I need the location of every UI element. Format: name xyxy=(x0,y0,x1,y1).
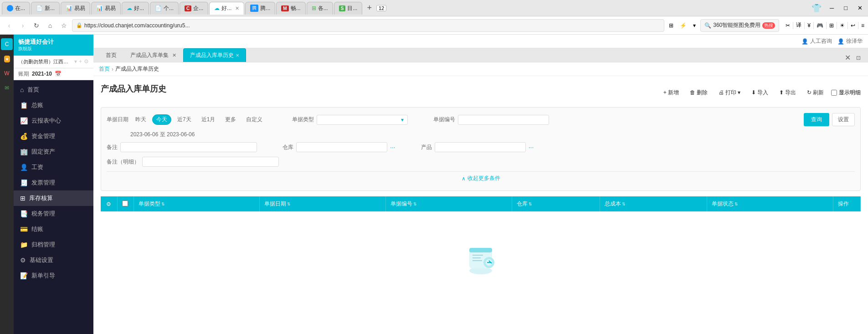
minimize-button[interactable]: ─ xyxy=(826,5,837,11)
th-warehouse[interactable]: 仓库 ⇅ xyxy=(512,196,600,211)
sidebar-item-inventory[interactable]: ⊞ 库存核算 xyxy=(14,190,93,206)
date-chip-yesterday[interactable]: 昨天 xyxy=(131,114,150,125)
archive-icon: 📁 xyxy=(20,241,28,248)
lightning-button[interactable]: ⚡ xyxy=(678,22,688,29)
query-button[interactable]: 查询 xyxy=(804,113,829,126)
show-detail-input[interactable] xyxy=(831,90,837,96)
breadcrumb-home[interactable]: 首页 xyxy=(99,65,110,73)
url-bar[interactable]: 🔒 https://cloud.chanjet.com/accounting/u… xyxy=(72,19,664,32)
new-tab-button[interactable]: + xyxy=(363,3,375,13)
sidebar-item-invoice[interactable]: 🧾 发票管理 xyxy=(14,175,93,190)
th-total-cost[interactable]: 总成本 ⇅ xyxy=(600,196,707,211)
panel-close-icon[interactable]: ✕ xyxy=(841,53,854,62)
browser-tab-8[interactable]: ☁ 好... ✕ xyxy=(209,2,244,15)
quick-action-3[interactable]: ✉ xyxy=(1,82,13,94)
sidebar-item-settings[interactable]: ⚙ 基础设置 xyxy=(14,252,93,268)
browser-tab-12[interactable]: S 目... xyxy=(334,2,363,15)
select-all-checkbox[interactable] xyxy=(122,200,128,206)
user-avatar[interactable]: 👤 徐泽华 xyxy=(837,37,863,45)
warehouse-input[interactable] xyxy=(296,142,387,152)
sidebar-item-salary[interactable]: 👤 工资 xyxy=(14,159,93,175)
sort-bill-status-icon: ⇅ xyxy=(734,202,738,206)
browser-tab-4[interactable]: 📊 易易 xyxy=(91,2,121,15)
page-tab-bill-list-close[interactable]: ✕ xyxy=(172,52,176,58)
tab8-close-icon[interactable]: ✕ xyxy=(235,5,239,11)
search-box[interactable]: 🔍 360智能抠图免费用 热搜 xyxy=(700,19,779,32)
calendar-icon[interactable]: 📅 xyxy=(55,71,62,77)
date-chip-1month[interactable]: 近1月 xyxy=(197,114,220,125)
sidebar-item-report[interactable]: 📈 云报表中心 xyxy=(14,113,93,128)
bill-type-select[interactable]: ▾ xyxy=(317,115,408,125)
quick-action-1[interactable]: ★ xyxy=(1,53,13,65)
browser-tab-5[interactable]: ☁ 好... xyxy=(122,2,149,15)
product-input[interactable] xyxy=(435,142,526,152)
extensions-button[interactable]: ⊞ xyxy=(667,22,675,29)
setting-button[interactable]: 设置 xyxy=(832,113,855,126)
svg-rect-2 xyxy=(469,248,492,252)
page-tab-home[interactable]: 首页 xyxy=(99,48,123,62)
breadcrumb-current: 产成品入库单历史 xyxy=(115,65,159,73)
print-button[interactable]: 🖨 打印 ▾ xyxy=(715,87,744,98)
date-chip-today[interactable]: 今天 xyxy=(152,114,171,125)
back-button[interactable]: ‹ xyxy=(4,20,15,31)
refresh-browser-button[interactable]: ↻ xyxy=(31,20,42,31)
sidebar-item-home[interactable]: ⌂ 首页 xyxy=(14,82,93,98)
th-gear[interactable]: ⚙ xyxy=(101,196,117,211)
browser-tab-6[interactable]: 📄 个... xyxy=(150,2,179,15)
remark-input[interactable] xyxy=(120,142,257,152)
export-button[interactable]: ⬆ 导出 xyxy=(776,87,800,98)
panel-expand-icon[interactable]: ⊡ xyxy=(854,55,863,61)
sidebar-item-tax[interactable]: 📑 税务管理 xyxy=(14,206,93,221)
tab9-label: 腾... xyxy=(260,5,270,12)
browser-tab-11[interactable]: ⊞ 各... xyxy=(307,2,333,15)
th-bill-no[interactable]: 单据编号 ⇅ xyxy=(386,196,512,211)
product-more-icon[interactable]: ··· xyxy=(529,144,534,151)
page-tab-bill-list[interactable]: 产成品入库单集 ✕ xyxy=(123,48,183,62)
collapse-bar[interactable]: ∧ 收起更多条件 xyxy=(107,171,855,185)
sidebar-item-newbill[interactable]: 📝 新单引导 xyxy=(14,268,93,283)
browser-tab-7[interactable]: C 企... xyxy=(180,2,208,15)
sidebar-item-fund-label: 资金管理 xyxy=(31,132,55,140)
sidebar-item-checkout[interactable]: 💳 结账 xyxy=(14,221,93,237)
browser-tab-9[interactable]: 腾 腾... xyxy=(245,2,275,15)
date-chip-custom[interactable]: 自定义 xyxy=(242,114,267,125)
forward-button[interactable]: › xyxy=(17,20,28,31)
browser-tab-10[interactable]: M 畅... xyxy=(276,2,305,15)
app-logo[interactable]: C xyxy=(1,38,13,50)
sidebar-item-fixed[interactable]: 🏢 固定资产 xyxy=(14,144,93,159)
sidebar-item-ledger[interactable]: 📋 总账 xyxy=(14,98,93,113)
import-button[interactable]: ⬇ 导入 xyxy=(748,87,772,98)
page-tab-bill-history[interactable]: 产成品入库单历史 ✕ xyxy=(183,48,246,62)
page-tab-bill-history-close[interactable]: ✕ xyxy=(236,53,239,58)
user-service-button[interactable]: 👤 人工咨询 xyxy=(801,37,832,45)
browser-tab-1[interactable]: 在... xyxy=(2,2,30,15)
th-checkbox[interactable] xyxy=(117,196,134,211)
home-browser-button[interactable]: ⌂ xyxy=(45,20,56,31)
quick-action-2[interactable]: W xyxy=(1,67,13,79)
date-chip-7days[interactable]: 近7天 xyxy=(173,114,195,125)
show-detail-checkbox[interactable]: 显示明细 xyxy=(831,89,861,97)
sidebar-item-fund[interactable]: 💰 资金管理 xyxy=(14,128,93,144)
refresh-button[interactable]: ↻ 刷新 xyxy=(803,87,827,98)
close-window-button[interactable]: ✕ xyxy=(854,5,866,11)
delete-button[interactable]: 🗑 删除 xyxy=(686,87,711,98)
date-chip-more[interactable]: 更多 xyxy=(221,114,240,125)
bookmark-button[interactable]: ☆ xyxy=(58,20,69,31)
detail-remark-input[interactable] xyxy=(142,157,279,167)
warehouse-more-icon[interactable]: ··· xyxy=(390,144,395,151)
browser-tab-3[interactable]: 📊 易易 xyxy=(61,2,90,15)
browser-tab-2[interactable]: 📄 新... xyxy=(31,2,60,15)
add-button[interactable]: + 新增 xyxy=(660,87,683,98)
bill-no-input[interactable] xyxy=(458,115,549,125)
company-selector[interactable]: （勿删勿禁用）江西服宝测试专用 ▾ + ⚙ xyxy=(14,56,93,68)
settings-icon[interactable]: ⚙ xyxy=(84,58,89,65)
th-bill-type[interactable]: 单据类型 ⇅ xyxy=(134,196,260,211)
main-content: 👤 人工咨询 👤 徐泽华 首页 产成品入库单集 ✕ xyxy=(93,35,868,334)
search-360-icon: 🔍 xyxy=(704,22,711,29)
add-company-icon[interactable]: + xyxy=(79,58,82,65)
maximize-button[interactable]: □ xyxy=(840,5,851,11)
th-bill-status[interactable]: 单据状态 ⇅ xyxy=(707,196,833,211)
dropdown-button[interactable]: ▾ xyxy=(691,22,698,29)
th-bill-date[interactable]: 单据日期 ⇅ xyxy=(260,196,386,211)
sidebar-item-archive[interactable]: 📁 归档管理 xyxy=(14,237,93,252)
